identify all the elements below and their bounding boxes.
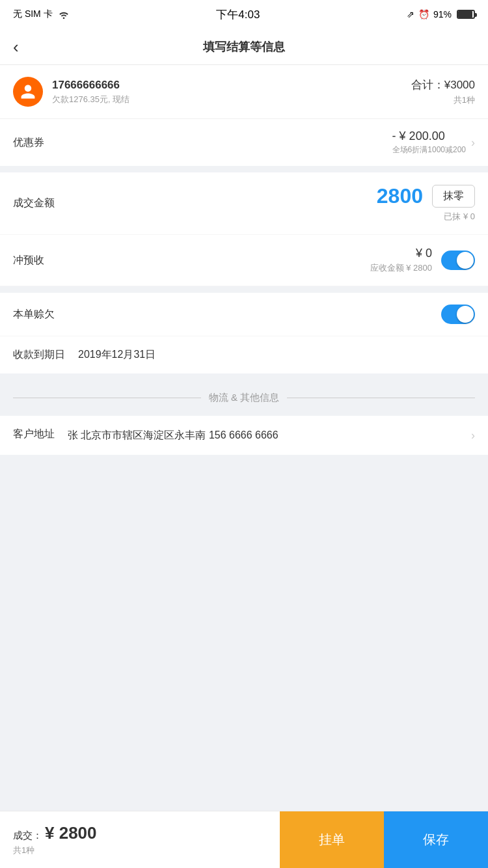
deal-amount-card: 成交金额 2800 抹零 已抹 ¥ 0 冲预收 ¥ 0 应收金额 ¥ 2800 <box>0 172 488 286</box>
already-zero-text: 已抹 ¥ 0 <box>377 211 475 223</box>
battery-text: 91% <box>433 9 452 20</box>
customer-phone: 17666666666 <box>52 79 129 92</box>
chong-amount: ¥ 0 <box>370 247 432 260</box>
content: 17666666666 欠款1276.35元, 现结 合计：¥3000 共1种 … <box>0 65 488 559</box>
chong-yushou-right: ¥ 0 应收金额 ¥ 2800 <box>370 247 475 274</box>
save-button[interactable]: 保存 <box>384 811 488 868</box>
battery-icon <box>457 10 475 19</box>
avatar <box>13 77 43 107</box>
total-amount: 合计：¥3000 <box>411 77 475 92</box>
address-row[interactable]: 客户地址 张 北京市市辖区海淀区永丰南 156 6666 6666 › <box>0 416 488 455</box>
fuling-button[interactable]: 抹零 <box>432 185 475 208</box>
deal-amount-value-row: 2800 抹零 <box>377 184 475 208</box>
nav-bar: ‹ 填写结算等信息 <box>0 29 488 65</box>
address-card: 客户地址 张 北京市市辖区海淀区永丰南 156 6666 6666 › <box>0 416 488 455</box>
logistics-label: 物流 & 其他信息 <box>209 392 279 404</box>
she-qian-toggle[interactable] <box>441 305 475 324</box>
due-date-label: 收款到期日 <box>13 348 65 362</box>
logistics-header: 物流 & 其他信息 <box>0 380 488 416</box>
status-right: ⇗ ⏰ 91% <box>407 9 475 20</box>
address-chevron-icon: › <box>471 429 475 442</box>
status-left: 无 SIM 卡 <box>13 8 70 20</box>
bottom-summary: 成交： ¥ 2800 共1种 <box>0 823 280 856</box>
extra-space <box>0 461 488 500</box>
coupon-row[interactable]: 优惠券 - ¥ 200.00 全场6折满1000减200 › <box>0 118 488 166</box>
deal-amount-right: 2800 抹零 已抹 ¥ 0 <box>377 184 475 223</box>
bottom-bar: 成交： ¥ 2800 共1种 挂单 保存 <box>0 811 488 868</box>
total-count: 共1种 <box>411 94 475 106</box>
customer-left: 17666666666 欠款1276.35元, 现结 <box>13 77 129 107</box>
logistics-line-right <box>287 398 475 398</box>
she-qian-label: 本单赊欠 <box>13 308 55 321</box>
coupon-label: 优惠券 <box>13 136 44 150</box>
deal-amount-row: 成交金额 2800 抹零 已抹 ¥ 0 <box>0 172 488 235</box>
status-time: 下午4:03 <box>216 7 260 22</box>
bottom-deal-amount: ¥ 2800 <box>45 823 97 843</box>
carrier-text: 无 SIM 卡 <box>13 8 53 20</box>
bottom-count: 共1种 <box>13 845 267 856</box>
she-qian-card: 本单赊欠 收款到期日 2019年12月31日 <box>0 293 488 373</box>
bottom-buttons: 挂单 保存 <box>280 811 488 868</box>
deal-amount-label: 成交金额 <box>13 197 55 210</box>
back-button[interactable]: ‹ <box>13 38 19 55</box>
page-title: 填写结算等信息 <box>203 39 285 55</box>
customer-card: 17666666666 欠款1276.35元, 现结 合计：¥3000 共1种 … <box>0 65 488 166</box>
customer-info: 17666666666 欠款1276.35元, 现结 <box>52 79 129 105</box>
due-date-value: 2019年12月31日 <box>78 348 156 362</box>
address-label: 客户地址 <box>13 427 55 441</box>
location-icon: ⇗ <box>407 9 414 20</box>
coupon-right: - ¥ 200.00 全场6折满1000减200 › <box>392 129 475 156</box>
address-value: 张 北京市市辖区海淀区永丰南 156 6666 6666 <box>68 427 471 443</box>
coupon-chevron-icon: › <box>471 136 475 150</box>
she-qian-row: 本单赊欠 <box>0 293 488 336</box>
customer-row: 17666666666 欠款1276.35元, 现结 合计：¥3000 共1种 <box>0 65 488 118</box>
bottom-amount-row: 成交： ¥ 2800 <box>13 823 267 843</box>
hang-button[interactable]: 挂单 <box>280 811 384 868</box>
customer-debt: 欠款1276.35元, 现结 <box>52 94 129 105</box>
wifi-icon <box>58 10 70 19</box>
bottom-deal-label: 成交： <box>13 830 42 842</box>
chong-yushou-row: 冲预收 ¥ 0 应收金额 ¥ 2800 <box>0 235 488 286</box>
deal-amount-value: 2800 <box>377 184 423 208</box>
coupon-discount: - ¥ 200.00 <box>392 129 466 143</box>
logistics-line-left <box>13 398 201 398</box>
coupon-desc: 全场6折满1000减200 <box>392 144 466 156</box>
status-bar: 无 SIM 卡 下午4:03 ⇗ ⏰ 91% <box>0 0 488 29</box>
chong-amount-block: ¥ 0 应收金额 ¥ 2800 <box>370 247 432 274</box>
chong-yushou-toggle[interactable] <box>441 251 475 270</box>
chong-yushou-label: 冲预收 <box>13 254 44 267</box>
customer-total: 合计：¥3000 共1种 <box>411 77 475 106</box>
chong-sub-label: 应收金额 ¥ 2800 <box>370 262 432 274</box>
due-date-row: 收款到期日 2019年12月31日 <box>0 336 488 373</box>
alarm-icon: ⏰ <box>418 9 429 20</box>
